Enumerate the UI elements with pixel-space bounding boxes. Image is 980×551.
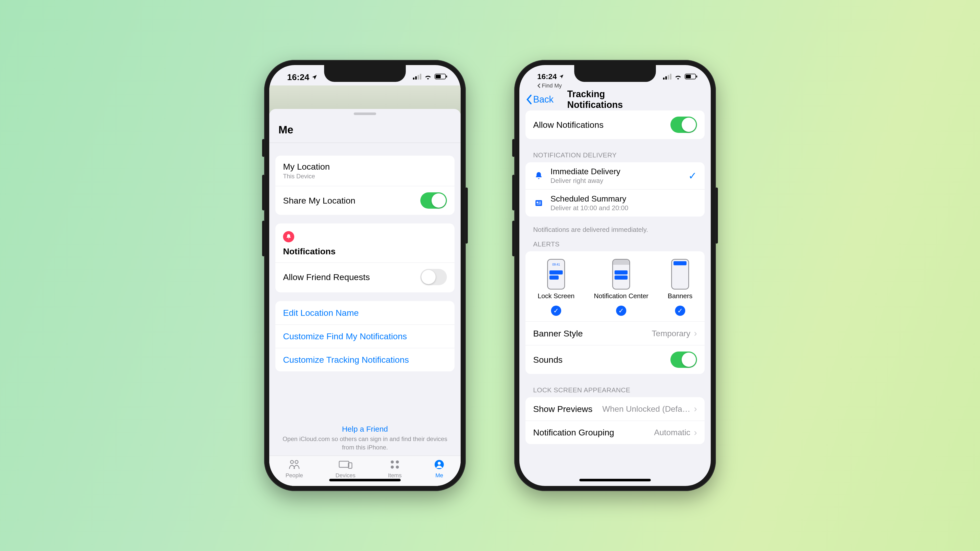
lock-screen-preview-icon: 09:41 xyxy=(547,259,565,289)
people-icon xyxy=(288,458,301,471)
banner-style-row[interactable]: Banner Style Temporary › xyxy=(525,322,705,345)
alert-lock-screen[interactable]: 09:41 Lock Screen ✓ xyxy=(538,259,575,316)
checkmark-icon: ✓ xyxy=(551,306,561,316)
svg-rect-17 xyxy=(537,202,538,203)
delivery-header: NOTIFICATION DELIVERY xyxy=(525,146,705,162)
friend-requests-label: Allow Friend Requests xyxy=(283,272,370,282)
share-location-label: Share My Location xyxy=(283,196,355,206)
customize-findmy-notifications-button[interactable]: Customize Find My Notifications xyxy=(275,324,455,348)
volume-down xyxy=(512,221,515,256)
allow-notifications-row: Allow Notifications xyxy=(525,110,705,139)
home-indicator[interactable] xyxy=(329,479,401,481)
my-location-label: My Location xyxy=(283,162,330,171)
share-location-row: Share My Location xyxy=(275,186,455,215)
tab-me-label: Me xyxy=(435,472,443,479)
svg-point-3 xyxy=(290,460,293,464)
svg-point-8 xyxy=(396,460,399,464)
cellular-signal-icon xyxy=(413,74,422,79)
allow-notifications-toggle[interactable] xyxy=(670,117,697,133)
me-sheet: Me My Location This Device Share My Loca… xyxy=(269,109,461,486)
home-indicator[interactable] xyxy=(579,479,651,481)
svg-point-10 xyxy=(396,465,399,468)
svg-point-7 xyxy=(391,460,394,464)
svg-rect-20 xyxy=(537,204,541,204)
summary-title: Scheduled Summary xyxy=(550,194,697,203)
banners-preview-icon xyxy=(671,259,689,289)
bell-icon xyxy=(283,231,294,242)
share-location-toggle[interactable] xyxy=(420,192,447,209)
immediate-sub: Deliver right away xyxy=(550,177,682,185)
tab-devices-label: Devices xyxy=(336,472,355,479)
status-time: 16:24 xyxy=(537,72,557,81)
svg-point-4 xyxy=(295,460,298,464)
friend-requests-toggle[interactable] xyxy=(420,269,447,285)
tab-items[interactable]: Items xyxy=(388,458,402,479)
alert-style-selector: 09:41 Lock Screen ✓ xyxy=(525,251,705,318)
alert-lock-label: Lock Screen xyxy=(538,292,575,300)
show-previews-row[interactable]: Show Previews When Unlocked (Defa… › xyxy=(525,397,705,421)
svg-rect-14 xyxy=(686,75,691,78)
delivery-footer: Notifications are delivered immediately. xyxy=(525,223,705,235)
back-label: Back xyxy=(533,94,554,105)
customize-tracking-notifications-button[interactable]: Customize Tracking Notifications xyxy=(275,348,455,372)
show-previews-value: When Unlocked (Defa… xyxy=(602,404,692,414)
chevron-right-icon: › xyxy=(694,403,697,414)
help-a-friend-link[interactable]: Help a Friend xyxy=(282,425,448,433)
sounds-toggle[interactable] xyxy=(670,351,697,368)
edit-location-name-label: Edit Location Name xyxy=(283,308,359,318)
back-to-app-label: Find My xyxy=(542,83,562,89)
customize-findmy-label: Customize Find My Notifications xyxy=(283,331,407,341)
volume-up xyxy=(262,175,265,210)
volume-up xyxy=(512,175,515,210)
battery-icon xyxy=(685,73,698,80)
tab-me[interactable]: Me xyxy=(434,458,444,479)
wifi-icon xyxy=(674,73,682,79)
cellular-signal-icon xyxy=(663,74,671,79)
svg-rect-16 xyxy=(535,200,542,206)
notifications-header: Notifications xyxy=(275,242,455,262)
alert-notification-center[interactable]: Notification Center ✓ xyxy=(594,259,649,316)
immediate-title: Immediate Delivery xyxy=(550,167,682,176)
lock-screen-appearance-header: LOCK SCREEN APPEARANCE xyxy=(525,381,705,397)
battery-icon xyxy=(434,73,448,80)
summary-sub: Deliver at 10:00 and 20:00 xyxy=(550,204,697,212)
volume-down xyxy=(262,221,265,256)
svg-rect-18 xyxy=(539,202,541,202)
checkmark-icon: ✓ xyxy=(675,306,685,316)
phone-settings: 16:24 Find My xyxy=(514,60,716,491)
my-location-value: This Device xyxy=(283,173,330,180)
sounds-label: Sounds xyxy=(533,355,563,365)
immediate-delivery-row[interactable]: Immediate Delivery Deliver right away ✓ xyxy=(525,162,705,189)
back-button[interactable]: Back xyxy=(526,94,554,105)
chevron-right-icon: › xyxy=(694,427,697,438)
chevron-right-icon: › xyxy=(694,328,697,339)
my-location-row[interactable]: My Location This Device xyxy=(275,156,455,186)
help-description: Open iCloud.com so others can sign in an… xyxy=(282,435,448,451)
divider xyxy=(269,143,461,143)
devices-icon xyxy=(338,458,353,471)
scheduled-summary-row[interactable]: Scheduled Summary Deliver at 10:00 and 2… xyxy=(525,189,705,217)
svg-point-12 xyxy=(438,462,441,465)
edit-location-name-button[interactable]: Edit Location Name xyxy=(275,301,455,324)
alert-banners[interactable]: Banners ✓ xyxy=(668,259,692,316)
sounds-row: Sounds xyxy=(525,345,705,374)
notification-grouping-row[interactable]: Notification Grouping Automatic › xyxy=(525,421,705,444)
back-to-app-button[interactable]: Find My xyxy=(537,83,564,89)
newspaper-icon xyxy=(533,197,544,209)
banner-style-value: Temporary xyxy=(652,329,692,338)
wifi-icon xyxy=(424,73,432,79)
tab-items-label: Items xyxy=(388,472,402,479)
svg-rect-2 xyxy=(446,76,447,78)
tab-people[interactable]: People xyxy=(286,458,303,479)
nav-title: Tracking Notifications xyxy=(567,91,663,110)
me-icon xyxy=(434,458,444,471)
bell-icon xyxy=(533,170,544,181)
tab-devices[interactable]: Devices xyxy=(336,458,355,479)
grouping-label: Notification Grouping xyxy=(533,427,614,437)
help-section: Help a Friend Open iCloud.com so others … xyxy=(269,417,461,456)
tab-people-label: People xyxy=(286,472,303,479)
power-button xyxy=(465,187,468,244)
sheet-grabber[interactable] xyxy=(354,113,376,115)
status-time: 16:24 xyxy=(287,72,309,82)
grouping-value: Automatic xyxy=(654,428,692,437)
